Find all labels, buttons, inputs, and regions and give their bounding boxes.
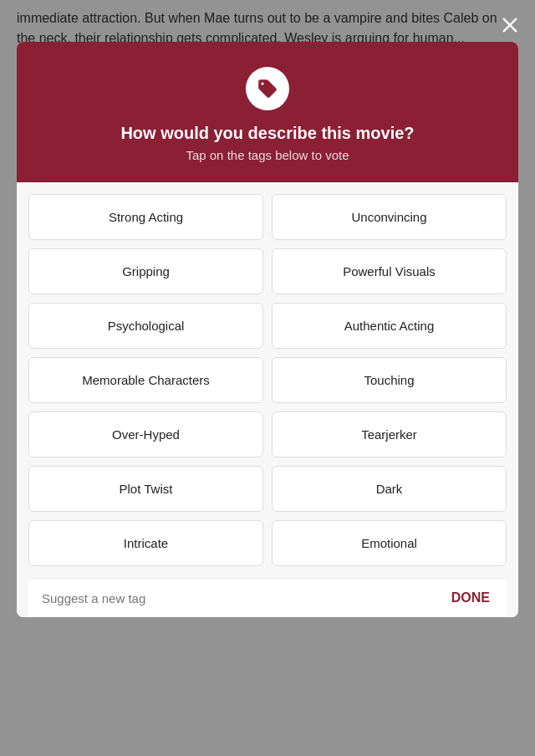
tag-powerful-visuals[interactable]: Powerful Visuals xyxy=(272,248,507,294)
tag-psychological[interactable]: Psychological xyxy=(28,303,263,349)
tag-tearjerker[interactable]: Tearjerker xyxy=(272,411,507,457)
tag-touching[interactable]: Touching xyxy=(272,357,507,403)
tag-unconvincing[interactable]: Unconvincing xyxy=(272,194,507,240)
modal-subtitle: Tap on the tags below to vote xyxy=(33,148,502,162)
tag-gripping[interactable]: Gripping xyxy=(28,248,263,294)
modal-body: Strong ActingUnconvincingGrippingPowerfu… xyxy=(17,182,518,617)
tag-dark[interactable]: Dark xyxy=(272,466,507,512)
tags-grid: Strong ActingUnconvincingGrippingPowerfu… xyxy=(28,194,507,566)
tag-plot-twist[interactable]: Plot Twist xyxy=(28,466,263,512)
tag-over-hyped[interactable]: Over-Hyped xyxy=(28,411,263,457)
done-button[interactable]: DONE xyxy=(448,590,493,605)
modal: How would you describe this movie? Tap o… xyxy=(17,42,518,617)
tag-icon xyxy=(257,78,278,100)
modal-title: How would you describe this movie? xyxy=(33,124,502,143)
tag-memorable-characters[interactable]: Memorable Characters xyxy=(28,357,263,403)
tag-intricate[interactable]: Intricate xyxy=(28,520,263,566)
tag-strong-acting[interactable]: Strong Acting xyxy=(28,194,263,240)
suggest-row: DONE xyxy=(28,578,507,617)
tag-authentic-acting[interactable]: Authentic Acting xyxy=(272,303,507,349)
modal-header: How would you describe this movie? Tap o… xyxy=(17,42,518,182)
tag-emotional[interactable]: Emotional xyxy=(272,520,507,566)
modal-icon-wrapper xyxy=(246,67,289,110)
close-button[interactable] xyxy=(497,12,523,38)
suggest-input[interactable] xyxy=(42,591,448,605)
